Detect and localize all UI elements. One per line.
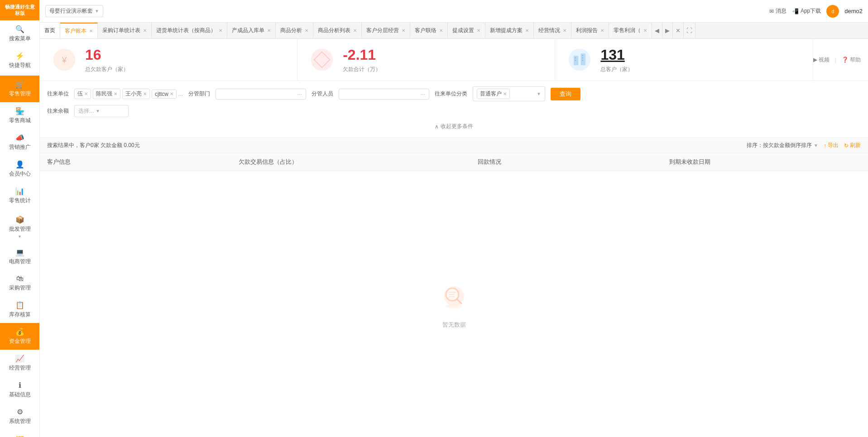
tab-close-icon[interactable]: ✕ [402, 28, 405, 33]
sidebar-item-operation[interactable]: 📈 经营管理 [0, 350, 39, 376]
unit-class-tag-close[interactable]: ✕ [503, 91, 507, 96]
tab-scroll-right[interactable]: ▶ [662, 23, 673, 39]
stat-label-total-customers: 总客户（家） [600, 66, 801, 73]
refresh-btn[interactable]: ↻ 刷新 [844, 142, 861, 149]
tab-close-icon[interactable]: ✕ [219, 28, 222, 33]
query-button[interactable]: 查询 [551, 88, 580, 100]
export-btn[interactable]: ↑ 导出 [824, 142, 839, 149]
svg-rect-11 [582, 60, 584, 61]
tab-promo-settings[interactable]: 提成设置 ✕ [448, 23, 485, 39]
stat-card-debt-customers: ¥ 16 总欠款客户（家） [40, 39, 297, 81]
stat-icon-money: ¥ [51, 46, 78, 73]
help-label: 帮助 [850, 56, 861, 64]
tab-customer-segment[interactable]: 客户分层经营 ✕ [362, 23, 410, 39]
sort-select[interactable]: 排序：按欠款金额倒序排序 ▼ [747, 142, 818, 149]
tab-close-icon[interactable]: ✕ [600, 28, 604, 33]
svg-rect-17 [449, 294, 454, 295]
tab-close-icon[interactable]: ✕ [143, 28, 147, 33]
sidebar-item-search[interactable]: 🔍 搜索菜单 [0, 20, 39, 47]
svg-rect-18 [449, 296, 455, 297]
avatar[interactable]: d [826, 5, 839, 18]
tab-scroll-left[interactable]: ◀ [652, 23, 662, 39]
sidebar-item-enterprise[interactable]: 🤝 企业协同 [0, 430, 39, 437]
sidebar-item-quick[interactable]: ⚡ 快捷导航 [0, 47, 39, 74]
tab-stock-stats-label: 进货单统计表（按商品） [156, 27, 216, 34]
sidebar-item-label: 零售商城 [9, 117, 31, 124]
tab-close-all[interactable]: ✕ [673, 23, 684, 39]
help-link[interactable]: ❓ 帮助 [842, 56, 861, 64]
app-logo: 畅捷通好生意 标版 [0, 0, 39, 20]
unit-tag-wu-close[interactable]: ✕ [84, 91, 88, 96]
table-col-repayment: 回款情况 [478, 158, 669, 166]
filter-area: 往来单位 伍 ✕ 陈民强 ✕ 王小亮 ✕ cjttcw [40, 81, 868, 138]
tab-close-icon[interactable]: ✕ [525, 28, 529, 33]
dept-filter-select[interactable]: ··· [216, 89, 306, 100]
result-info: 搜索结果中，客户0家 欠款金额 0.00元 [47, 142, 140, 149]
tab-produce-stock-label: 产成品入库单 [232, 27, 264, 34]
unit-tag-wang-close[interactable]: ✕ [143, 91, 147, 96]
sidebar-item-inventory[interactable]: 📋 库存核算 [0, 296, 39, 323]
table-col-debt: 欠款交易信息（占比） [239, 158, 478, 166]
tab-close-icon[interactable]: ✕ [563, 28, 566, 33]
collapse-row: ∧ 收起更多条件 [47, 121, 861, 132]
tab-close-icon[interactable]: ✕ [89, 28, 93, 33]
tab-close-icon[interactable]: ✕ [305, 28, 308, 33]
unit-class-tags: 普通客户 ✕ [477, 89, 535, 99]
sidebar-item-sys[interactable]: ⚙ 系统管理 [0, 403, 39, 430]
person-filter-select[interactable]: ··· [339, 89, 429, 100]
tab-operation[interactable]: 经营情况 ✕ [534, 23, 571, 39]
balance-filter-select[interactable]: 选择... ▼ [74, 105, 129, 117]
tab-close-icon[interactable]: ✕ [353, 28, 357, 33]
tab-stock-stats[interactable]: 进货单统计表（按商品） ✕ [152, 23, 227, 39]
unit-class-filter-select[interactable]: 普通客户 ✕ ▼ [473, 86, 545, 101]
tab-home[interactable]: 首页 [40, 23, 60, 39]
stats-row: ¥ 16 总欠款客户（家） -2.11 欠款合计（ [40, 39, 868, 81]
unit-tag-chen-close[interactable]: ✕ [114, 91, 117, 96]
download-icon: 📲 [792, 8, 799, 14]
tab-home-label: 首页 [44, 27, 55, 34]
sidebar-item-purchase[interactable]: 🛍 采购管理 [0, 270, 39, 296]
message-label: 消息 [776, 7, 786, 15]
tab-product-analysis[interactable]: 商品分析 ✕ [276, 23, 313, 39]
video-link[interactable]: ▶ 视频 [813, 56, 830, 64]
user-name[interactable]: demo2 [844, 8, 863, 14]
unit-tag-more[interactable]: ... [178, 91, 183, 97]
sidebar-item-marketing[interactable]: 📣 营销推广 [0, 129, 39, 156]
sort-label: 排序：按欠款金额倒序排序 [747, 142, 812, 149]
tab-purchase-orders[interactable]: 采购订单统计表 ✕ [98, 23, 152, 39]
tab-retail-profit[interactable]: 零售利润（ ✕ [609, 23, 652, 39]
sidebar-item-label: 零售统计 [9, 197, 31, 204]
unit-tag-cjttcw-close[interactable]: ✕ [170, 91, 173, 96]
unit-filter-label: 往来单位 [47, 90, 69, 98]
tab-close-icon[interactable]: ✕ [477, 28, 480, 33]
tab-new-promo[interactable]: 新增提成方案 ✕ [485, 23, 534, 39]
sidebar-item-basic[interactable]: ℹ 基础信息 [0, 376, 39, 403]
sidebar-item-label: 搜索菜单 [9, 35, 31, 43]
tab-profit-report[interactable]: 利润报告 ✕ [571, 23, 609, 39]
video-label: 视频 [819, 56, 830, 64]
tab-fullscreen[interactable]: ⛶ [684, 23, 695, 39]
tab-accounts[interactable]: 客户账本 ✕ [60, 23, 98, 39]
tab-close-icon[interactable]: ✕ [267, 28, 271, 33]
balance-placeholder: 选择... [78, 107, 94, 115]
stat-info-debt-customers: 16 总欠款客户（家） [85, 46, 286, 73]
tab-product-analysis-list[interactable]: 商品分析列表 ✕ [313, 23, 362, 39]
sidebar-item-ecommerce[interactable]: 💻 电商管理 [0, 243, 39, 270]
sidebar-item-retail-stats[interactable]: 📊 零售统计 [0, 182, 39, 209]
sidebar-item-retail[interactable]: 🛒 零售管理 [0, 76, 39, 102]
app-download-btn[interactable]: 📲 App下载 [792, 7, 821, 15]
tabbar: 首页 客户账本 ✕ 采购订单统计表 ✕ 进货单统计表（按商品） ✕ 产成品入库单… [40, 23, 868, 39]
message-btn[interactable]: ✉ 消息 [769, 7, 786, 15]
result-actions: 排序：按欠款金额倒序排序 ▼ ↑ 导出 ↻ 刷新 [747, 142, 861, 149]
tab-close-icon[interactable]: ✕ [643, 28, 647, 33]
sidebar-item-finance[interactable]: 💰 资金管理 [0, 323, 39, 350]
sidebar-item-wholesale[interactable]: 📦 批发管理 ▼ [0, 211, 39, 243]
sidebar-item-member[interactable]: 👤 会员中心 [0, 156, 39, 182]
tab-customer-contact[interactable]: 客户联络 ✕ [410, 23, 448, 39]
collapse-btn[interactable]: ∧ 收起更多条件 [47, 121, 861, 132]
sidebar-item-retail-mall[interactable]: 🏪 零售商城 [0, 102, 39, 129]
search-icon: 🔍 [15, 25, 24, 33]
tab-close-icon[interactable]: ✕ [439, 28, 443, 33]
tab-produce-stock[interactable]: 产成品入库单 ✕ [227, 23, 276, 39]
account-selector[interactable]: 母婴行业演示帐套 ▼ [45, 5, 103, 17]
